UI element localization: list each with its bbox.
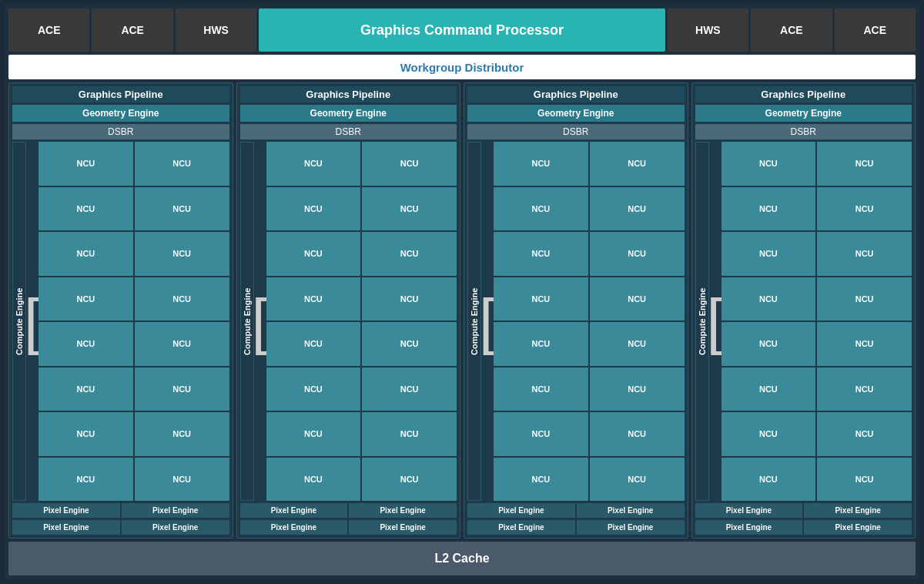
ncu-row: NCUNCU	[721, 412, 912, 456]
pixel-engine: Pixel Engine	[577, 520, 685, 535]
ncu-row: NCUNCU	[721, 187, 912, 231]
ncu-row: NCUNCU	[494, 232, 685, 276]
geometry-engine-1: Geometry Engine	[12, 105, 229, 122]
ncu-cell: NCU	[135, 412, 229, 456]
ncu-compute-wrapper-4: Compute Engine [ NCUNCU NCUNCU NCUNCU NC…	[695, 142, 912, 501]
dsbr-4: DSBR	[695, 124, 912, 139]
pixel-row-2b: Pixel Engine Pixel Engine	[240, 520, 457, 535]
ncu-cell: NCU	[266, 412, 361, 456]
ncu-cell: NCU	[590, 412, 685, 456]
ncu-cell: NCU	[721, 368, 816, 411]
ncu-cell: NCU	[362, 458, 457, 502]
ncu-compute-wrapper-1: Compute Engine [ NCUNCU NCUNCU NCUNCU NC…	[12, 142, 229, 501]
ncu-cell: NCU	[590, 277, 685, 321]
ncu-cell: NCU	[590, 458, 685, 502]
ncu-row: NCUNCU	[38, 142, 229, 186]
ncu-cell: NCU	[494, 458, 588, 502]
ncu-cell: NCU	[266, 232, 361, 276]
ncu-row: NCUNCU	[266, 232, 457, 276]
ncu-grid-2: NCUNCU NCUNCU NCUNCU NCUNCU NCUNCU NCUNC…	[266, 142, 457, 501]
ncu-cell: NCU	[590, 142, 685, 186]
ncu-cell: NCU	[38, 142, 133, 186]
pipeline-block-4: Graphics Pipeline Geometry Engine DSBR C…	[691, 82, 916, 539]
ncu-cell: NCU	[135, 232, 229, 276]
ncu-cell: NCU	[494, 277, 588, 321]
pipeline-title-4: Graphics Pipeline	[695, 86, 912, 102]
pixel-engine: Pixel Engine	[240, 520, 348, 535]
ncu-cell: NCU	[135, 187, 229, 231]
ncu-cell: NCU	[362, 142, 457, 186]
ncu-cell: NCU	[721, 187, 816, 231]
ncu-row: NCUNCU	[494, 412, 685, 456]
ncu-cell: NCU	[721, 322, 816, 366]
pixel-engine: Pixel Engine	[349, 520, 457, 535]
ncu-cell: NCU	[38, 322, 133, 366]
pipeline-block-3: Graphics Pipeline Geometry Engine DSBR C…	[464, 82, 688, 539]
ace-box-2: ACE	[92, 8, 172, 52]
ncu-cell: NCU	[362, 322, 457, 366]
ncu-cell: NCU	[590, 322, 685, 366]
ncu-bracket-1: [ NCUNCU NCUNCU NCUNCU NCUNCU NCUNCU NCU…	[28, 142, 229, 501]
pixel-engine: Pixel Engine	[12, 503, 120, 518]
ncu-row: NCUNCU	[721, 368, 912, 411]
ncu-cell: NCU	[38, 232, 133, 276]
ncu-cell: NCU	[817, 187, 912, 231]
ncu-cell: NCU	[590, 187, 685, 231]
pixel-row-2a: Pixel Engine Pixel Engine	[240, 503, 457, 518]
pixel-row-4a: Pixel Engine Pixel Engine	[695, 503, 912, 518]
ncu-cell: NCU	[817, 277, 912, 321]
gcp-box: Graphics Command Processor	[259, 8, 665, 52]
workgroup-distributor: Workgroup Distributor	[8, 55, 916, 79]
ace-box-1: ACE	[8, 8, 89, 52]
ncu-cell: NCU	[135, 322, 229, 366]
ncu-cell: NCU	[817, 232, 912, 276]
ncu-row: NCUNCU	[721, 232, 912, 276]
pixel-engine: Pixel Engine	[122, 503, 229, 518]
ncu-cell: NCU	[590, 232, 685, 276]
ace-box-3: ACE	[751, 8, 832, 52]
ncu-row: NCUNCU	[266, 142, 457, 186]
pixel-engine: Pixel Engine	[804, 520, 912, 535]
ncu-cell: NCU	[38, 368, 133, 411]
ncu-row: NCUNCU	[266, 277, 457, 321]
ncu-row: NCUNCU	[494, 142, 685, 186]
ncu-row: NCUNCU	[721, 277, 912, 321]
ncu-row: NCUNCU	[38, 232, 229, 276]
bracket-left-4: [	[711, 142, 720, 501]
ncu-row: NCUNCU	[494, 187, 685, 231]
compute-engine-label-4: Compute Engine	[695, 142, 709, 501]
ncu-cell: NCU	[362, 368, 457, 411]
ncu-row: NCUNCU	[721, 142, 912, 186]
ncu-cell: NCU	[266, 142, 361, 186]
ace-box-4: ACE	[835, 8, 916, 52]
pixel-row-1b: Pixel Engine Pixel Engine	[12, 520, 229, 535]
pipeline-title-2: Graphics Pipeline	[240, 86, 457, 102]
ncu-cell: NCU	[362, 412, 457, 456]
dsbr-3: DSBR	[467, 124, 685, 139]
ncu-cell: NCU	[362, 232, 457, 276]
ncu-row: NCUNCU	[266, 187, 457, 231]
compute-engine-label-1: Compute Engine	[12, 142, 26, 501]
ncu-cell: NCU	[362, 187, 457, 231]
ncu-cell: NCU	[135, 458, 229, 502]
ncu-row: NCUNCU	[721, 458, 912, 502]
ncu-row: NCUNCU	[38, 187, 229, 231]
pixel-engine: Pixel Engine	[467, 520, 575, 535]
pixel-engine: Pixel Engine	[122, 520, 229, 535]
top-row: ACE ACE HWS Graphics Command Processor H…	[8, 8, 916, 52]
ncu-compute-wrapper-3: Compute Engine [ NCUNCU NCUNCU NCUNCU NC…	[467, 142, 685, 501]
geometry-engine-2: Geometry Engine	[240, 105, 457, 122]
pipeline-block-1: Graphics Pipeline Geometry Engine DSBR C…	[8, 82, 233, 539]
ncu-cell: NCU	[817, 412, 912, 456]
ncu-cell: NCU	[266, 368, 361, 411]
ncu-cell: NCU	[362, 277, 457, 321]
pipeline-title-1: Graphics Pipeline	[12, 86, 229, 102]
ncu-cell: NCU	[590, 368, 685, 411]
geometry-engine-4: Geometry Engine	[695, 105, 912, 122]
bracket-left-2: [	[256, 142, 265, 501]
pixel-row-3b: Pixel Engine Pixel Engine	[467, 520, 685, 535]
ncu-cell: NCU	[266, 322, 361, 366]
ncu-cell: NCU	[38, 277, 133, 321]
ncu-cell: NCU	[817, 368, 912, 411]
bracket-left-1: [	[28, 142, 37, 501]
